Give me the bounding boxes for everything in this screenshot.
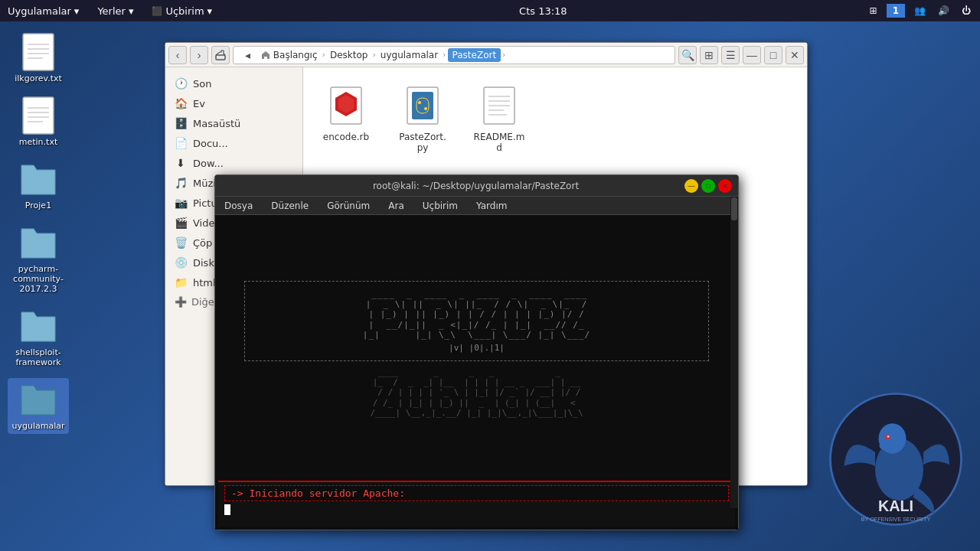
users-icon[interactable]: 👥 (911, 4, 929, 18)
terminal-input-line[interactable] (224, 503, 729, 517)
desktop-icon-ilkgorev[interactable]: ilkgorev.txt (8, 31, 69, 86)
terminal-status-text: -> Iniciando servidor Apache: (224, 485, 729, 501)
proje1-icon (20, 161, 57, 197)
sidebar-item-son[interactable]: 🕐 Son (165, 73, 302, 93)
sidebar-item-downloads[interactable]: ⬇️ Dow... (165, 153, 302, 173)
terminal-cursor (224, 504, 230, 515)
svg-point-27 (879, 440, 896, 451)
breadcrumb-uygulamalar[interactable]: uygulamalar (377, 48, 441, 62)
terminal-menu-dosya[interactable]: Dosya (221, 199, 256, 213)
kali-logo: KALI BY OFFENSIVE SECURITY (827, 390, 965, 528)
breadcrumb: ◂ Başlangıç › Desktop › uygulamalar › Pa… (233, 46, 675, 64)
home-icon: 🏠 (175, 97, 187, 109)
terminal-menu-gorunum[interactable]: Görünüm (324, 199, 373, 213)
file-pastezort-py[interactable]: PasteZort.py (392, 80, 453, 158)
svg-text:BY OFFENSIVE SECURITY: BY OFFENSIVE SECURITY (861, 516, 931, 523)
sidebar-trash-label: Çöp (193, 237, 212, 249)
terminal-minimize-button[interactable]: — (684, 179, 698, 193)
file-readme-md[interactable]: README.md (469, 80, 530, 158)
pictures-icon: 📷 (175, 197, 187, 209)
terminal-maximize-button[interactable]: □ (701, 179, 715, 193)
readme-file-icon (481, 84, 518, 127)
sidebar-ev-label: Ev (193, 98, 205, 109)
svg-point-29 (887, 435, 890, 438)
power-icon[interactable]: ⏻ (959, 4, 974, 18)
desktop-icon-shellsploit[interactable]: shellsploit-framework (8, 305, 69, 370)
breadcrumb-pastezort[interactable]: PasteZort (448, 48, 501, 62)
minimize-button[interactable]: — (743, 46, 761, 64)
maximize-button[interactable]: □ (764, 46, 782, 64)
terminal-body[interactable]: ____ _ ____ _ ____ _ ____ ____ | _ \| ||… (215, 215, 738, 530)
metin-label: metin.txt (19, 137, 57, 147)
terminal-ascii-area: ____ _ ____ _ ____ _ ____ ____ | _ \| ||… (218, 218, 735, 481)
apps-dropdown-icon: ▾ (74, 5, 80, 17)
readme-md-label: README.md (473, 132, 525, 153)
terminal-menu-button[interactable]: ⬛ Uçbirim ▾ (144, 4, 220, 18)
sidebar-item-documents[interactable]: 📄 Docu... (165, 133, 302, 153)
plus-icon: ➕ (175, 296, 187, 308)
taskbar: Uygulamalar ▾ Yerler ▾ ⬛ Uçbirim ▾ Cts 1… (0, 0, 980, 21)
taskbar-left: Uygulamalar ▾ Yerler ▾ ⬛ Uçbirim ▾ (0, 4, 220, 18)
parent-button[interactable] (211, 46, 230, 64)
ascii-version: |v| |0|.|1| (260, 343, 692, 353)
close-button[interactable]: ✕ (786, 46, 804, 64)
file-encode-rb[interactable]: encode.rb (315, 80, 377, 158)
apps-label: Uygulamalar (8, 5, 71, 17)
uygulamalar-icon (20, 381, 57, 418)
file-manager-toolbar: ‹ › ◂ Başlangıç › Desktop › uy (165, 43, 807, 67)
sidebar-item-masaustu[interactable]: 🗄️ Masaüstü (165, 113, 302, 133)
view-toggle-button[interactable]: ⊞ (700, 46, 718, 64)
desktop-icon-sidebar: 🗄️ (175, 117, 187, 129)
taskbar-right: ⊞ 1 👥 🔊 ⏻ (867, 4, 980, 18)
sidebar-item-ev[interactable]: 🏠 Ev (165, 93, 302, 113)
pastezort-py-label: PasteZort.py (397, 132, 449, 153)
terminal-menu-ara[interactable]: Ara (385, 199, 407, 213)
terminal-dropdown-icon: ▾ (207, 5, 213, 17)
desktop-icon-metin[interactable]: metin.txt (8, 94, 69, 150)
pycharm-label: pycharm-community-2017.2.3 (11, 264, 66, 294)
ascii-logo-text: ____ _ ____ _ ____ _ ____ ____ | _ \| ||… (260, 289, 692, 340)
search-button[interactable]: 🔍 (678, 46, 697, 64)
terminal-title: root@kali: ~/Desktop/uygulamalar/PasteZo… (267, 181, 684, 191)
places-menu-button[interactable]: Yerler ▾ (90, 4, 141, 18)
pycharm-icon (20, 224, 57, 261)
breadcrumb-desktop[interactable]: Desktop (327, 48, 371, 62)
sidebar-html-label: html (193, 277, 216, 289)
taskbar-time: Cts 13:18 (220, 5, 866, 17)
desktop-icons-area: ilkgorev.txt metin.txt Proje1 (8, 31, 69, 434)
terminal-scrollbar[interactable] (730, 197, 738, 508)
terminal-menu-duzenle[interactable]: Düzenle (268, 199, 312, 213)
shellsploit-label: shellsploit-framework (11, 347, 66, 367)
music-icon: 🎵 (175, 177, 187, 189)
svg-rect-5 (23, 97, 54, 134)
workspace-indicator[interactable]: 1 (887, 4, 905, 18)
breadcrumb-home[interactable]: Başlangıç (258, 48, 321, 62)
forward-button[interactable]: › (190, 46, 208, 64)
terminal-menubar: Dosya Düzenle Görünüm Ara Uçbirim Yardım (215, 197, 738, 215)
terminal-status-bar: -> Iniciando servidor Apache: (218, 481, 735, 527)
terminal-scrollbar-thumb[interactable] (731, 197, 737, 220)
svg-rect-0 (23, 34, 54, 70)
places-dropdown-icon: ▾ (129, 5, 134, 17)
audio-icon[interactable]: 🔊 (935, 4, 952, 18)
menu-button[interactable]: ☰ (721, 46, 740, 64)
network-icon[interactable]: ⊞ (867, 4, 880, 18)
desktop-icon-proje1[interactable]: Proje1 (8, 158, 69, 214)
downloads-icon: ⬇️ (175, 157, 187, 169)
ilkgorev-icon (20, 34, 57, 70)
desktop-icon-pycharm[interactable]: pycharm-community-2017.2.3 (8, 221, 69, 297)
terminal-close-button[interactable]: ✕ (718, 179, 732, 193)
svg-point-16 (418, 101, 421, 104)
terminal-menu-yardim[interactable]: Yardım (473, 199, 510, 213)
desktop-icon-uygulamalar[interactable]: uygulamalar (8, 378, 69, 434)
breadcrumb-back-button[interactable]: ◂ (238, 46, 256, 64)
shellsploit-icon (20, 308, 57, 344)
back-button[interactable]: ‹ (168, 46, 187, 64)
terminal-window: root@kali: ~/Desktop/uygulamalar/PasteZo… (214, 174, 739, 530)
terminal-menu-ucbirim[interactable]: Uçbirim (420, 199, 461, 213)
terminal-window-controls: — □ ✕ (684, 179, 732, 193)
sep1: › (322, 50, 325, 60)
sep2: › (372, 50, 375, 60)
apps-menu-button[interactable]: Uygulamalar ▾ (0, 4, 87, 18)
sidebar-downloads-label: Dow... (193, 158, 224, 169)
